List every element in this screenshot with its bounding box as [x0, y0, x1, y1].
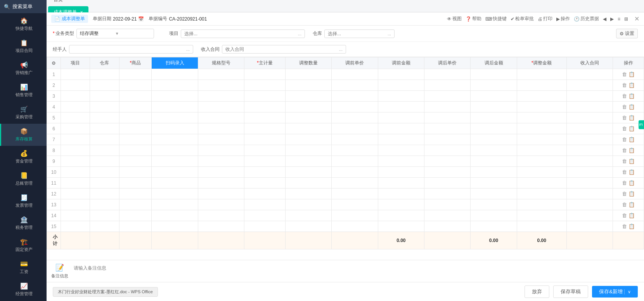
cell-11-after_amount[interactable]: [471, 178, 517, 189]
cell-2-unit[interactable]: [244, 80, 286, 91]
cell-4-goods[interactable]: [119, 102, 152, 112]
cell-15-spec[interactable]: [198, 221, 244, 232]
delete-icon-6[interactable]: 🗑: [622, 126, 627, 131]
cell-10-scan[interactable]: [152, 167, 198, 178]
toolbar-action-history[interactable]: 🕐历史票据: [574, 16, 599, 22]
cell-12-before_price[interactable]: [332, 189, 378, 199]
cell-2-before_amount[interactable]: [378, 80, 424, 91]
tab-home[interactable]: 首页: [48, 0, 88, 6]
cell-12-after_price[interactable]: [424, 189, 470, 199]
discard-button[interactable]: 放弃: [525, 285, 549, 298]
sidebar-item-project-contract[interactable]: 📋项目合同: [0, 35, 47, 57]
cell-11-warehouse[interactable]: [90, 178, 119, 189]
cell-9-spec[interactable]: [198, 156, 244, 167]
cell-1-income_contract[interactable]: [566, 69, 613, 80]
cell-13-before_amount[interactable]: [378, 199, 424, 210]
cell-13-after_amount[interactable]: [471, 199, 517, 210]
save-new-dropdown-icon[interactable]: ∨: [624, 289, 631, 294]
cell-7-unit[interactable]: [244, 134, 286, 145]
cell-11-income_contract[interactable]: [566, 178, 613, 189]
cell-11-after_price[interactable]: [424, 178, 470, 189]
cell-13-project[interactable]: [61, 199, 90, 210]
cell-4-after_price[interactable]: [424, 102, 470, 112]
cell-5-adj_qty[interactable]: [285, 112, 331, 123]
cell-5-spec[interactable]: [198, 112, 244, 123]
cell-4-spec[interactable]: [198, 102, 244, 112]
cell-11-adj_qty[interactable]: [285, 178, 331, 189]
copy-icon-13[interactable]: 📋: [628, 202, 635, 208]
cell-6-project[interactable]: [61, 123, 90, 134]
sidebar-item-purchase-mgmt[interactable]: 🛒采购管理: [0, 102, 47, 124]
cell-8-scan[interactable]: [152, 145, 198, 156]
cell-3-spec[interactable]: [198, 91, 244, 102]
cell-7-income_contract[interactable]: [566, 134, 613, 145]
cell-13-unit[interactable]: [244, 199, 286, 210]
cell-14-after_amount[interactable]: [471, 210, 517, 221]
delete-icon-13[interactable]: 🗑: [622, 202, 627, 208]
toolbar-action-operate[interactable]: ▶操作: [556, 16, 570, 22]
cell-1-adj_qty[interactable]: [285, 69, 331, 80]
cell-4-scan[interactable]: [152, 102, 198, 112]
delete-icon-4[interactable]: 🗑: [622, 104, 627, 110]
cell-5-unit[interactable]: [244, 112, 286, 123]
cell-2-after_amount[interactable]: [471, 80, 517, 91]
sidebar-item-salary[interactable]: 💳工资: [0, 256, 47, 279]
cell-10-warehouse[interactable]: [90, 167, 119, 178]
cell-2-before_price[interactable]: [332, 80, 378, 91]
sidebar-item-fixed-assets[interactable]: 🏗️固定资产: [0, 234, 47, 256]
cell-12-adj_amount[interactable]: [517, 189, 566, 199]
col-header-settings[interactable]: ⚙: [47, 57, 61, 69]
cell-15-scan[interactable]: [152, 221, 198, 232]
copy-icon-12[interactable]: 📋: [628, 191, 635, 197]
cell-12-spec[interactable]: [198, 189, 244, 199]
cell-12-after_amount[interactable]: [471, 189, 517, 199]
delete-icon-7[interactable]: 🗑: [622, 137, 627, 142]
col-header-spec[interactable]: 规格型号: [198, 57, 244, 69]
cell-13-income_contract[interactable]: [566, 199, 613, 210]
cell-8-spec[interactable]: [198, 145, 244, 156]
delete-icon-10[interactable]: 🗑: [622, 169, 627, 175]
cell-6-scan[interactable]: [152, 123, 198, 134]
cell-1-adj_amount[interactable]: [517, 69, 566, 80]
col-header-adj_qty[interactable]: 调整数量: [285, 57, 331, 69]
cell-15-goods[interactable]: [119, 221, 152, 232]
cell-12-before_amount[interactable]: [378, 189, 424, 199]
cell-11-goods[interactable]: [119, 178, 152, 189]
col-header-adj_amount[interactable]: *调整金额: [517, 57, 566, 69]
cell-9-adj_qty[interactable]: [285, 156, 331, 167]
cell-10-unit[interactable]: [244, 167, 286, 178]
cell-9-warehouse[interactable]: [90, 156, 119, 167]
cell-7-adj_qty[interactable]: [285, 134, 331, 145]
col-header-after_amount[interactable]: 调后金额: [471, 57, 517, 69]
cell-4-adj_amount[interactable]: [517, 102, 566, 112]
cell-13-adj_qty[interactable]: [285, 199, 331, 210]
cell-4-adj_qty[interactable]: [285, 102, 331, 112]
biz-type-select[interactable]: 结存调整 ▼: [76, 29, 154, 38]
delete-icon-14[interactable]: 🗑: [622, 213, 627, 218]
cell-12-goods[interactable]: [119, 189, 152, 199]
cell-5-before_amount[interactable]: [378, 112, 424, 123]
cell-15-unit[interactable]: [244, 221, 286, 232]
cell-8-after_price[interactable]: [424, 145, 470, 156]
cell-9-unit[interactable]: [244, 156, 286, 167]
sidebar-item-ledger-mgmt[interactable]: 📒总账管理: [0, 168, 47, 190]
cell-10-after_price[interactable]: [424, 167, 470, 178]
copy-icon-6[interactable]: 📋: [628, 126, 635, 131]
sidebar-search[interactable]: 🔍 搜索菜单: [0, 0, 47, 13]
cell-12-income_contract[interactable]: [566, 189, 613, 199]
cell-9-scan[interactable]: [152, 156, 198, 167]
sidebar-item-invoice-mgmt[interactable]: 🧾发票管理: [0, 190, 47, 212]
cell-7-scan[interactable]: [152, 134, 198, 145]
income-contract-field[interactable]: [225, 47, 338, 52]
copy-icon-9[interactable]: 📋: [628, 158, 635, 164]
cell-8-income_contract[interactable]: [566, 145, 613, 156]
taskbar-item[interactable]: 木门行业好业财处理方案-墨红红.doc - WPS Office: [53, 287, 158, 297]
cell-2-goods[interactable]: [119, 80, 152, 91]
cell-5-after_amount[interactable]: [471, 112, 517, 123]
cell-3-goods[interactable]: [119, 91, 152, 102]
cell-5-goods[interactable]: [119, 112, 152, 123]
cell-1-before_amount[interactable]: [378, 69, 424, 80]
col-header-before_price[interactable]: 调前单价: [332, 57, 378, 69]
toolbar-action-list-view[interactable]: ≡: [618, 16, 620, 22]
cell-6-warehouse[interactable]: [90, 123, 119, 134]
